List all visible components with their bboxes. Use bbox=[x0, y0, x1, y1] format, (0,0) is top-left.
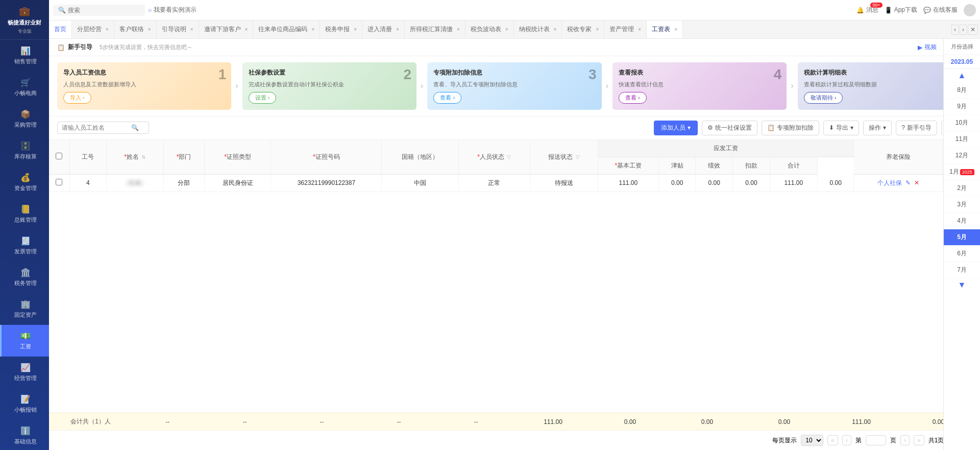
special-deduction-button[interactable]: 📋 专项附加扣除 bbox=[762, 121, 819, 135]
sidebar-item-固定资产[interactable]: 🏢 固定资产 bbox=[0, 293, 49, 325]
tab-close-1[interactable]: × bbox=[106, 27, 109, 32]
unified-settings-button[interactable]: ⚙ 统一社保设置 bbox=[702, 121, 757, 135]
tab-prev-button[interactable]: ‹ bbox=[951, 25, 959, 35]
sidebar-item-销售管理[interactable]: 📊 销售管理 bbox=[0, 40, 49, 72]
cell-dept-0: 分部 bbox=[163, 174, 204, 192]
month-item-7月[interactable]: 7月 bbox=[944, 262, 980, 278]
sidebar-item-经营管理[interactable]: 📈 经营管理 bbox=[0, 357, 49, 388]
sidebar-item-资金管理[interactable]: 💰 资金管理 bbox=[0, 167, 49, 198]
tab-6[interactable]: 税务申报× bbox=[320, 20, 362, 39]
message-button[interactable]: 🔔 消息 99+ bbox=[856, 6, 878, 14]
month-down-button[interactable]: ▼ bbox=[944, 278, 980, 292]
new-guide-button[interactable]: ? 新手引导 bbox=[896, 121, 937, 135]
page-input[interactable]: 1 bbox=[866, 435, 886, 445]
month-item-3月[interactable]: 3月 bbox=[944, 197, 980, 213]
row-checkbox-0[interactable] bbox=[56, 179, 62, 185]
online-service-button[interactable]: 💬 在线客服 bbox=[923, 6, 958, 14]
sidebar-item-总账管理[interactable]: 📒 总账管理 bbox=[0, 198, 49, 230]
month-item-5月[interactable]: 5月 bbox=[944, 229, 980, 246]
report-status-filter-icon[interactable]: ▽ bbox=[576, 154, 580, 160]
step-5-title: 税款计算明细表 bbox=[804, 68, 966, 77]
step-2-button[interactable]: 设置 › bbox=[249, 92, 277, 104]
tab-next-button[interactable]: › bbox=[960, 25, 967, 35]
sidebar-item-库存核算[interactable]: 🗄️ 库存核算 bbox=[0, 135, 49, 167]
tab-3[interactable]: 引导说明× bbox=[157, 20, 199, 39]
tab-close-10[interactable]: × bbox=[554, 27, 557, 32]
sidebar-item-基础信息[interactable]: ℹ️ 基础信息 bbox=[0, 420, 49, 450]
tab-13[interactable]: 工资表× bbox=[647, 20, 683, 39]
name-sort-icon[interactable]: ⇅ bbox=[141, 154, 145, 160]
month-item-6月[interactable]: 6月 bbox=[944, 246, 980, 262]
tab-close-2[interactable]: × bbox=[148, 27, 151, 32]
action-edit-0[interactable]: ✎ bbox=[905, 179, 911, 186]
employee-search-input[interactable] bbox=[62, 124, 128, 131]
month-item-9月[interactable]: 9月 bbox=[944, 99, 980, 115]
sidebar-label-1: 小畅电商 bbox=[14, 89, 37, 97]
action-personal-0[interactable]: 个人社保 bbox=[877, 179, 902, 186]
sidebar-item-小畅报销[interactable]: 📝 小畅报销 bbox=[0, 388, 49, 420]
step-arrow-4: › bbox=[791, 62, 793, 110]
demo-link[interactable]: ○ 我要看实例演示 bbox=[148, 6, 197, 14]
step-3-button[interactable]: 查看 › bbox=[433, 92, 461, 104]
month-item-8月[interactable]: 8月 bbox=[944, 82, 980, 99]
sidebar-item-发票管理[interactable]: 🧾 发票管理 bbox=[0, 230, 49, 262]
guide-video-link[interactable]: ▶ 视频 bbox=[918, 43, 937, 52]
tab-close-12[interactable]: × bbox=[638, 27, 641, 32]
page-prev-button[interactable]: ‹ bbox=[842, 435, 851, 445]
tab-5[interactable]: 往来单位商品编码× bbox=[253, 20, 320, 39]
step-1-button[interactable]: 导入 › bbox=[63, 92, 91, 104]
tab-close-4[interactable]: × bbox=[245, 27, 248, 32]
month-item-10月[interactable]: 10月 bbox=[944, 115, 980, 131]
page-first-button[interactable]: « bbox=[827, 435, 838, 445]
tab-7[interactable]: 进入清册× bbox=[362, 20, 405, 39]
tab-1[interactable]: 分层经营× bbox=[72, 20, 114, 39]
avatar[interactable] bbox=[964, 4, 976, 16]
tab-0[interactable]: 首页 bbox=[49, 20, 72, 39]
th-performance: 绩效 bbox=[696, 157, 733, 174]
tab-close-all-button[interactable]: ✕ bbox=[968, 25, 978, 35]
tab-2[interactable]: 客户联络× bbox=[114, 20, 157, 39]
tab-close-6[interactable]: × bbox=[354, 27, 357, 32]
salary-table: 工号 *姓名 ⇅ *部门 *证照类型 *证照号码 国籍（地区） *人员状态 ▽ … bbox=[49, 140, 980, 192]
global-search-input[interactable] bbox=[68, 7, 129, 14]
operations-button[interactable]: 操作 ▾ bbox=[863, 121, 892, 135]
footer-performance-total: 0.00 bbox=[674, 418, 741, 425]
page-size-select[interactable]: 10 20 50 bbox=[801, 435, 823, 446]
person-status-filter-icon[interactable]: ▽ bbox=[507, 154, 511, 160]
step-4-button[interactable]: 查看 › bbox=[619, 92, 647, 104]
select-all-checkbox[interactable] bbox=[56, 153, 62, 159]
month-item-4月[interactable]: 4月 bbox=[944, 213, 980, 229]
month-item-1月[interactable]: 1月2025 bbox=[944, 164, 980, 180]
sidebar-item-小畅电商[interactable]: 🛒 小畅电商 bbox=[0, 72, 49, 103]
cell-basic-0: 111.00 bbox=[598, 174, 658, 192]
action-delete-0[interactable]: ✕ bbox=[914, 179, 919, 186]
tab-10[interactable]: 纳税统计表× bbox=[514, 20, 562, 39]
tab-close-3[interactable]: × bbox=[190, 27, 193, 32]
tab-close-9[interactable]: × bbox=[505, 27, 508, 32]
month-item-11月[interactable]: 11月 bbox=[944, 131, 980, 148]
add-person-button[interactable]: 添加人员 ▾ bbox=[654, 121, 698, 135]
sidebar-item-采购管理[interactable]: 📦 采购管理 bbox=[0, 103, 49, 135]
tab-4[interactable]: 邀请下游客户× bbox=[199, 20, 254, 39]
page-next-button[interactable]: › bbox=[900, 435, 910, 445]
employee-search-wrap[interactable]: 🔍 bbox=[57, 122, 149, 134]
month-item-2月[interactable]: 2月 bbox=[944, 180, 980, 197]
tab-11[interactable]: 税收专家× bbox=[562, 20, 604, 39]
month-up-button[interactable]: ▲ bbox=[944, 69, 980, 82]
tab-close-11[interactable]: × bbox=[596, 27, 599, 32]
export-button[interactable]: ⬇ 导出 ▾ bbox=[823, 121, 859, 135]
tab-close-8[interactable]: × bbox=[457, 27, 460, 32]
sidebar-item-税务管理[interactable]: 🏛️ 税务管理 bbox=[0, 262, 49, 293]
global-search[interactable]: 🔍 bbox=[53, 5, 145, 16]
tab-close-5[interactable]: × bbox=[311, 27, 314, 32]
step-5-button[interactable]: 敬请期待 › bbox=[804, 92, 843, 104]
tab-close-13[interactable]: × bbox=[674, 27, 677, 32]
sidebar-item-工资[interactable]: 💵 工资 bbox=[0, 325, 49, 357]
page-last-button[interactable]: » bbox=[914, 435, 924, 445]
month-item-12月[interactable]: 12月 bbox=[944, 148, 980, 164]
tab-close-7[interactable]: × bbox=[396, 27, 399, 32]
tab-9[interactable]: 税负波动表× bbox=[465, 20, 514, 39]
tab-8[interactable]: 所得税汇算清缴× bbox=[405, 20, 465, 39]
app-download-button[interactable]: 📱 App下载 bbox=[885, 6, 917, 14]
tab-12[interactable]: 资产管理× bbox=[604, 20, 647, 39]
